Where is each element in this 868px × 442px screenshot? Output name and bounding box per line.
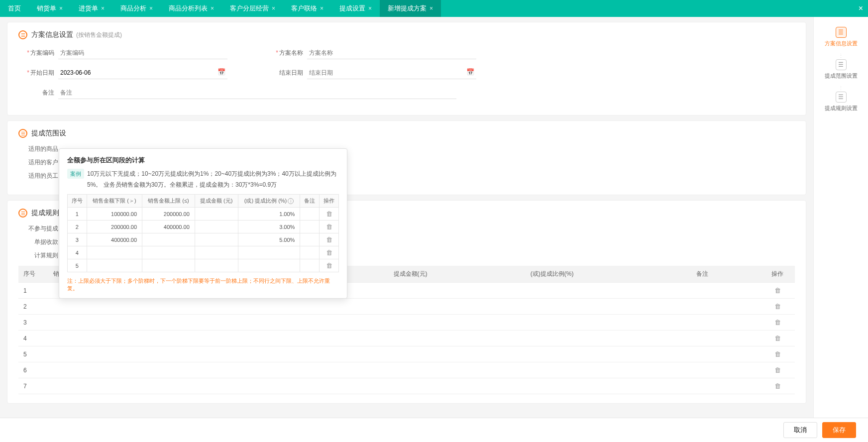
delete-icon[interactable]: 🗑 bbox=[326, 236, 332, 243]
col-ratio: (或)提成比例(%) bbox=[526, 266, 692, 283]
table-row: 1100000.00200000.001.00%🗑 bbox=[68, 208, 339, 221]
close-icon[interactable]: × bbox=[320, 5, 324, 12]
case-text: 10万元以下无提成；10~20万元提成比例为1%；20~40万提成比例为3%；4… bbox=[87, 169, 339, 190]
remark-input[interactable] bbox=[58, 86, 456, 99]
delete-icon[interactable]: 🗑 bbox=[326, 262, 332, 269]
info-icon[interactable]: i bbox=[288, 198, 294, 204]
label-staff: 适用的员工 bbox=[18, 172, 62, 180]
delete-icon[interactable]: 🗑 bbox=[774, 334, 781, 342]
table-row[interactable]: 5🗑 bbox=[18, 346, 795, 362]
popup-title: 全额参与所在区间段的计算 bbox=[67, 156, 339, 165]
panel-title: 提成范围设 bbox=[31, 129, 66, 138]
end-date-input[interactable] bbox=[307, 66, 476, 79]
table-row: 5🗑 bbox=[68, 259, 339, 272]
panel-plan-info: ☰ 方案信息设置 (按销售金额提成) *方案编码 *方案名称 *开始日期 bbox=[7, 22, 806, 115]
plan-code-input[interactable] bbox=[58, 46, 227, 59]
tab-sales[interactable]: 销货单× bbox=[29, 0, 71, 17]
label-customer: 适用的客户 bbox=[18, 158, 62, 167]
table-row: 2200000.00400000.003.00%🗑 bbox=[68, 221, 339, 233]
table-row[interactable]: 2🗑 bbox=[18, 299, 795, 315]
rule-example-popup: 全额参与所在区间段的计算 案例 10万元以下无提成；10~20万元提成比例为1%… bbox=[59, 148, 347, 299]
top-tabs-bar: 首页 销货单× 进货单× 商品分析× 商品分析列表× 客户分层经营× 客户联络×… bbox=[0, 0, 868, 17]
delete-icon[interactable]: 🗑 bbox=[774, 382, 781, 390]
tab-product-analysis[interactable]: 商品分析× bbox=[112, 0, 161, 17]
close-icon[interactable]: × bbox=[211, 5, 214, 12]
close-icon[interactable]: × bbox=[368, 5, 372, 12]
col-op: 操作 bbox=[760, 266, 795, 283]
panel-subtitle: (按销售金额提成) bbox=[76, 31, 122, 39]
delete-icon[interactable]: 🗑 bbox=[774, 319, 781, 326]
delete-icon[interactable]: 🗑 bbox=[326, 210, 332, 218]
table-row: 4🗑 bbox=[68, 246, 339, 259]
table-row[interactable]: 7🗑 bbox=[18, 378, 795, 394]
close-icon[interactable]: × bbox=[430, 5, 433, 12]
tab-commission-setting[interactable]: 提成设置× bbox=[331, 0, 380, 17]
case-tag: 案例 bbox=[67, 169, 84, 179]
label-not-join: 不参与提成 bbox=[18, 224, 62, 233]
tab-customer-contact[interactable]: 客户联络× bbox=[283, 0, 331, 17]
section-icon: ☰ bbox=[18, 129, 27, 138]
label-calc-rule: 计算规则 bbox=[18, 251, 62, 260]
popup-note: 注：上限必须大于下限；多个阶梯时，下一个阶梯下限要等于前一阶梯上限；不同行之间下… bbox=[67, 277, 339, 292]
table-row[interactable]: 3🗑 bbox=[18, 315, 795, 331]
save-button[interactable]: 保存 bbox=[822, 422, 856, 438]
table-row[interactable]: 6🗑 bbox=[18, 362, 795, 378]
panel-title: 方案信息设置 bbox=[31, 30, 73, 39]
anchor-plan-info[interactable]: ☰ 方案信息设置 bbox=[814, 27, 868, 47]
table-row: 3400000.005.00%🗑 bbox=[68, 233, 339, 246]
close-icon[interactable]: × bbox=[272, 5, 275, 12]
delete-icon[interactable]: 🗑 bbox=[326, 249, 332, 256]
close-icon[interactable]: × bbox=[101, 5, 105, 12]
close-all-icon[interactable]: × bbox=[859, 0, 863, 17]
plan-name-input[interactable] bbox=[307, 46, 476, 59]
calendar-icon[interactable]: 📅 bbox=[466, 68, 474, 76]
start-date-input[interactable] bbox=[58, 66, 227, 79]
close-icon[interactable]: × bbox=[59, 5, 63, 12]
close-icon[interactable]: × bbox=[149, 5, 153, 12]
calendar-icon[interactable]: 📅 bbox=[217, 68, 225, 76]
cancel-button[interactable]: 取消 bbox=[783, 422, 817, 438]
anchor-nav: ☰ 方案信息设置 ⋮ ☰ 提成范围设置 ⋮ ☰ 提成规则设置 bbox=[813, 17, 868, 442]
anchor-icon: ☰ bbox=[836, 27, 847, 38]
col-seq: 序号 bbox=[18, 266, 48, 283]
label-name: *方案名称 bbox=[267, 49, 307, 57]
label-remark: 备注 bbox=[18, 89, 58, 97]
anchor-scope[interactable]: ☰ 提成范围设置 bbox=[814, 59, 868, 80]
col-remark: 备注 bbox=[691, 266, 760, 283]
label-end-date: 结束日期 bbox=[267, 69, 307, 77]
label-goods: 适用的商品 bbox=[18, 145, 62, 153]
anchor-rules[interactable]: ☰ 提成规则设置 bbox=[814, 92, 868, 112]
delete-icon[interactable]: 🗑 bbox=[326, 223, 332, 230]
label-start-date: *开始日期 bbox=[18, 69, 58, 77]
table-row[interactable]: 4🗑 bbox=[18, 331, 795, 346]
delete-icon[interactable]: 🗑 bbox=[774, 366, 781, 374]
section-icon: ☰ bbox=[18, 30, 27, 39]
footer-bar: 取消 保存 bbox=[0, 418, 868, 442]
delete-icon[interactable]: 🗑 bbox=[774, 287, 781, 294]
label-bill-receive: 单据收款 bbox=[18, 238, 62, 246]
label-code: *方案编码 bbox=[18, 49, 58, 57]
tab-customer-tier[interactable]: 客户分层经营× bbox=[222, 0, 283, 17]
tab-product-analysis-list[interactable]: 商品分析列表× bbox=[161, 0, 222, 17]
anchor-icon: ☰ bbox=[836, 59, 847, 70]
col-amount: 提成金额(元) bbox=[389, 266, 526, 283]
section-icon: ☰ bbox=[18, 209, 27, 218]
delete-icon[interactable]: 🗑 bbox=[774, 350, 781, 358]
tab-new-commission-plan[interactable]: 新增提成方案× bbox=[380, 0, 441, 17]
tab-purchase[interactable]: 进货单× bbox=[71, 0, 112, 17]
delete-icon[interactable]: 🗑 bbox=[774, 303, 781, 310]
tab-home[interactable]: 首页 bbox=[0, 0, 29, 17]
anchor-icon: ☰ bbox=[836, 92, 847, 103]
example-table: 序号 销售金额下限 (＞) 销售金额上限 (≤) 提成金额 (元) (或) 提成… bbox=[67, 194, 339, 272]
